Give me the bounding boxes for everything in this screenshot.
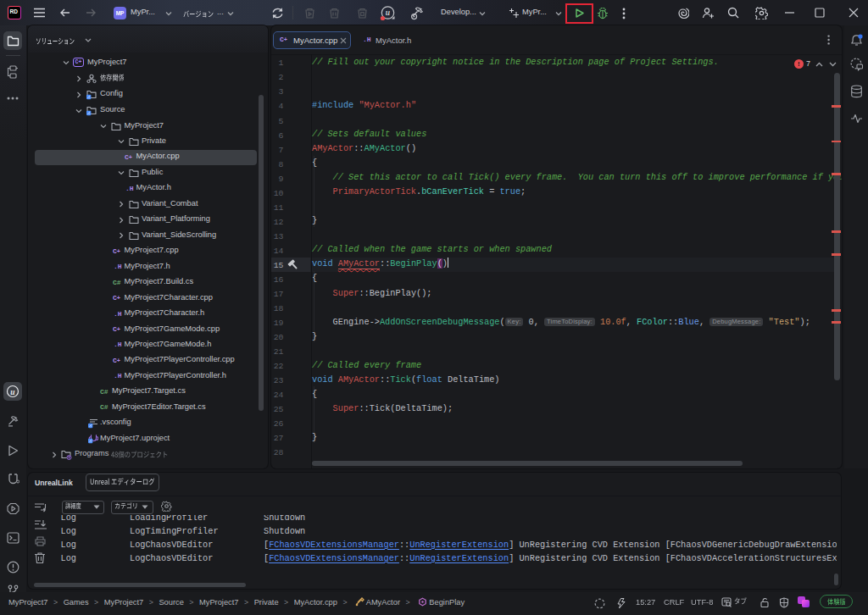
svg-text:u: u [10,388,14,396]
svg-text:u: u [386,8,390,17]
